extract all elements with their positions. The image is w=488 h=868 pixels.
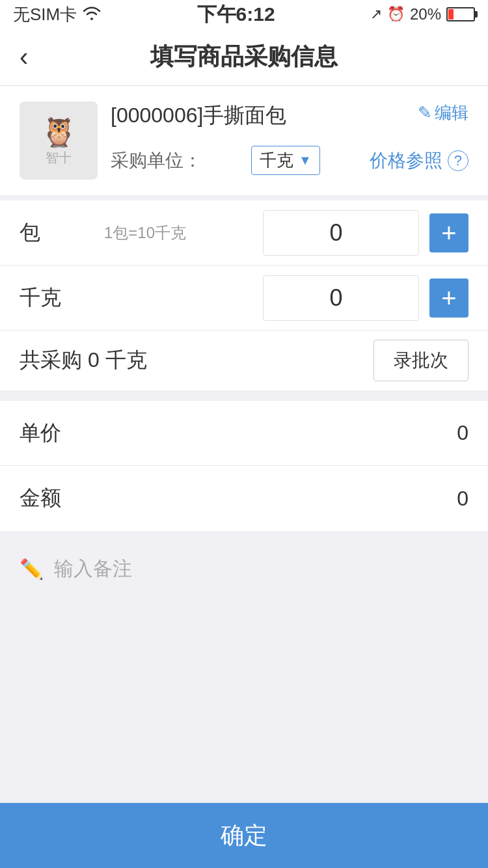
- bag-input-row: 包 1包=10千克 +: [0, 200, 488, 265]
- pencil-icon: ✏️: [20, 558, 44, 580]
- kg-plus-button[interactable]: +: [429, 278, 468, 318]
- wifi-icon: [82, 5, 102, 25]
- product-card: 🦉 智十 [0000006]手撕面包 ✎ 编辑 采购单位： 千克 ▼ 价格参照 …: [0, 86, 488, 200]
- kg-input-wrap: +: [263, 275, 468, 321]
- bag-input-wrap: +: [263, 210, 468, 256]
- status-bar: 无SIM卡 下午6:12 ↗ ⏰ 20%: [0, 0, 488, 29]
- amount-label: 金额: [20, 484, 61, 513]
- product-brand-label: 智十: [46, 149, 72, 167]
- price-ref-label: 价格参照: [370, 148, 442, 173]
- bag-quantity-input[interactable]: [263, 210, 419, 256]
- status-time: 下午6:12: [197, 1, 275, 28]
- edit-link[interactable]: ✎ 编辑: [418, 102, 468, 124]
- product-unit-row: 采购单位： 千克 ▼ 价格参照 ?: [111, 146, 468, 175]
- back-button[interactable]: ‹: [20, 42, 28, 72]
- bag-plus-button[interactable]: +: [429, 213, 468, 252]
- unit-label: 采购单位：: [111, 148, 202, 173]
- location-icon: ↗: [370, 6, 382, 23]
- product-info: [0000006]手撕面包 ✎ 编辑 采购单位： 千克 ▼ 价格参照 ?: [111, 102, 468, 175]
- bag-label: 包: [20, 219, 98, 247]
- summary-text: 共采购 0 千克: [20, 346, 147, 375]
- remark-placeholder: 输入备注: [54, 556, 132, 582]
- edit-icon: ✎: [418, 103, 432, 123]
- kg-label: 千克: [20, 284, 98, 312]
- product-name: [0000006]手撕面包: [111, 102, 418, 130]
- input-section: 包 1包=10千克 + 千克 +: [0, 200, 488, 331]
- confirm-button[interactable]: 确定: [0, 803, 488, 868]
- product-header: [0000006]手撕面包 ✎ 编辑: [111, 102, 468, 130]
- carrier-label: 无SIM卡: [13, 3, 77, 26]
- battery-percent: 20%: [410, 5, 441, 23]
- amount-value: 0: [457, 487, 468, 511]
- amount-row: 金额 0: [0, 466, 488, 531]
- battery-icon: [446, 7, 475, 21]
- unit-price-row: 单价 0: [0, 401, 488, 466]
- price-ref-link[interactable]: 价格参照 ?: [370, 148, 468, 173]
- kg-quantity-input[interactable]: [263, 275, 419, 321]
- product-owl-icon: 🦉: [41, 115, 77, 149]
- page-title: 填写商品采购信息: [150, 41, 338, 73]
- unit-dropdown-arrow: ▼: [299, 153, 312, 168]
- content-spacer: [0, 601, 488, 796]
- status-left: 无SIM卡: [13, 3, 102, 26]
- unit-select[interactable]: 千克 ▼: [251, 146, 320, 175]
- info-section: 单价 0 金额 0: [0, 401, 488, 536]
- bag-sublabel: 1包=10千克: [104, 223, 263, 243]
- summary-row: 共采购 0 千克 录批次: [0, 331, 488, 396]
- product-thumbnail: 🦉 智十: [20, 102, 98, 180]
- price-ref-help-icon: ?: [448, 150, 468, 171]
- batch-button[interactable]: 录批次: [373, 340, 468, 381]
- remark-section[interactable]: ✏️ 输入备注: [0, 536, 488, 601]
- kg-input-row: 千克 +: [0, 265, 488, 331]
- section-divider-1: [0, 396, 488, 401]
- status-right: ↗ ⏰ 20%: [370, 5, 475, 23]
- unit-price-label: 单价: [20, 419, 61, 448]
- unit-price-value: 0: [457, 421, 468, 445]
- alarm-icon: ⏰: [387, 6, 405, 23]
- nav-bar: ‹ 填写商品采购信息: [0, 29, 488, 86]
- unit-value: 千克: [260, 149, 293, 172]
